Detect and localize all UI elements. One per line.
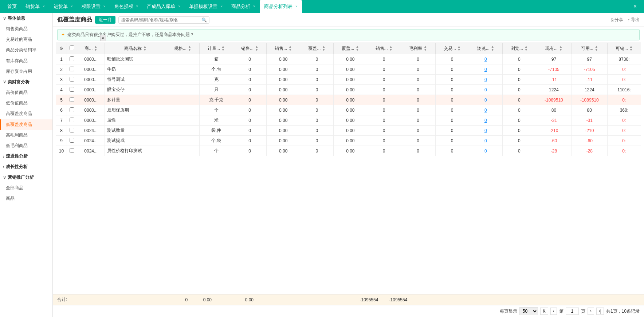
window-close-button[interactable]: × bbox=[629, 3, 641, 10]
row-select-checkbox[interactable] bbox=[70, 118, 74, 122]
nav-close-icon[interactable]: × bbox=[71, 0, 73, 13]
col-unit-header[interactable]: 计量...▲▼ bbox=[199, 43, 233, 54]
sidebar-item-high-coverage[interactable]: 高覆盖度商品 bbox=[0, 108, 52, 119]
nav-close-icon[interactable]: × bbox=[295, 0, 298, 13]
sidebar-item-capital-usage[interactable]: 库存资金占用 bbox=[0, 66, 52, 77]
sidebar-item-stocked-goods[interactable]: 有库存商品 bbox=[0, 56, 52, 66]
row-checkbox[interactable] bbox=[67, 146, 77, 156]
row-checkbox[interactable] bbox=[67, 136, 77, 146]
row-browse1[interactable]: 0 bbox=[469, 54, 502, 64]
browse-link[interactable]: 0 bbox=[484, 118, 487, 123]
row-browse1[interactable]: 0 bbox=[469, 136, 502, 146]
row-select-checkbox[interactable] bbox=[70, 107, 74, 112]
row-select-checkbox[interactable] bbox=[70, 67, 74, 71]
row-browse1[interactable]: 0 bbox=[469, 126, 502, 136]
row-select-checkbox[interactable] bbox=[70, 87, 74, 92]
next-page-button[interactable]: › bbox=[588, 308, 594, 315]
select-all-checkbox[interactable] bbox=[70, 45, 74, 50]
sidebar-item-category-rate[interactable]: 商品分类动销率 bbox=[0, 45, 52, 55]
sidebar-item-high-value[interactable]: 高价值商品 bbox=[0, 87, 52, 98]
row-browse1[interactable]: 0 bbox=[469, 146, 502, 156]
browse-link[interactable]: 0 bbox=[484, 57, 487, 62]
nav-close-icon[interactable]: × bbox=[43, 0, 45, 13]
sidebar-section-growth[interactable]: › 成长性分析 bbox=[0, 162, 52, 172]
row-select-checkbox[interactable] bbox=[70, 128, 74, 132]
export-button[interactable]: ↑ 导出 bbox=[628, 17, 640, 23]
sidebar-item-low-margin[interactable]: 低毛利商品 bbox=[0, 140, 52, 151]
browse-link[interactable]: 0 bbox=[484, 128, 487, 133]
col-sales3-header[interactable]: 销售...▲▼ bbox=[367, 43, 401, 54]
sidebar-section-marketing[interactable]: ∨ 营销推广分析 bbox=[0, 172, 52, 183]
row-checkbox[interactable] bbox=[67, 54, 77, 64]
nav-home[interactable]: 首页 bbox=[3, 0, 21, 13]
row-select-checkbox[interactable] bbox=[70, 97, 74, 102]
col-sales1-header[interactable]: 销售...▲▼ bbox=[233, 43, 267, 54]
row-checkbox[interactable] bbox=[67, 126, 77, 136]
settings-icon[interactable]: ⚙ bbox=[59, 46, 63, 51]
row-select-checkbox[interactable] bbox=[70, 77, 74, 82]
nav-close-icon[interactable]: × bbox=[220, 0, 223, 13]
sidebar-item-new-goods[interactable]: 新品 bbox=[0, 193, 52, 204]
col-stock3-header[interactable]: 可销...▲▼ bbox=[607, 43, 641, 54]
nav-close-icon[interactable]: × bbox=[253, 0, 255, 13]
nav-template-settings[interactable]: 单据模板设置 × bbox=[185, 0, 227, 13]
row-checkbox[interactable] bbox=[67, 64, 77, 75]
row-browse1[interactable]: 0 bbox=[469, 115, 502, 126]
nav-product-analysis-list[interactable]: 商品分析列表 × bbox=[260, 0, 302, 13]
row-checkbox[interactable] bbox=[67, 115, 77, 126]
search-input[interactable] bbox=[121, 17, 200, 23]
nav-close-icon[interactable]: × bbox=[103, 0, 106, 13]
nav-purchase-order[interactable]: 进货单 × bbox=[49, 0, 77, 13]
col-stock1-header[interactable]: 现有...▲▼ bbox=[536, 43, 572, 54]
browse-link[interactable]: 0 bbox=[484, 138, 487, 143]
sidebar-section-wealth[interactable]: ∨ 类财富分析 bbox=[0, 77, 52, 87]
col-trade-header[interactable]: 交易...▲▼ bbox=[435, 43, 469, 54]
row-checkbox[interactable] bbox=[67, 75, 77, 85]
row-browse1[interactable]: 0 bbox=[469, 95, 502, 105]
row-browse1[interactable]: 0 bbox=[469, 64, 502, 75]
search-icon[interactable]: 🔍 bbox=[201, 17, 207, 23]
col-settings[interactable]: ⚙ bbox=[56, 43, 67, 54]
last-page-button[interactable]: ›| bbox=[596, 308, 604, 315]
nav-close-icon[interactable]: × bbox=[178, 0, 180, 13]
share-button[interactable]: ⎘ 分享 bbox=[611, 17, 623, 23]
sidebar-collapse-button[interactable]: « bbox=[100, 35, 106, 41]
col-browse2-header[interactable]: 浏览...▲▼ bbox=[502, 43, 536, 54]
sidebar-item-traded-goods[interactable]: 交易过的商品 bbox=[0, 34, 52, 45]
sidebar-section-circulation[interactable]: › 流通性分析 bbox=[0, 151, 52, 162]
col-cover2-header[interactable]: 覆盖...▲▼ bbox=[334, 43, 367, 54]
filter-period-button[interactable]: 近一月 bbox=[95, 16, 115, 24]
row-select-checkbox[interactable] bbox=[70, 148, 74, 153]
browse-link[interactable]: 0 bbox=[484, 148, 487, 154]
col-code-header[interactable]: 商...▲▼ bbox=[77, 43, 105, 54]
browse-link[interactable]: 0 bbox=[484, 108, 487, 113]
sidebar-section-overall[interactable]: ∨ 整体信息 bbox=[0, 13, 52, 24]
browse-link[interactable]: 0 bbox=[484, 98, 487, 103]
sidebar-item-high-margin[interactable]: 高毛利商品 bbox=[0, 130, 52, 140]
nav-permissions[interactable]: 权限设置 × bbox=[77, 0, 110, 13]
row-select-checkbox[interactable] bbox=[70, 138, 74, 143]
col-cover1-header[interactable]: 覆盖...▲▼ bbox=[300, 43, 334, 54]
browse-link[interactable]: 0 bbox=[484, 67, 487, 72]
page-number-input[interactable] bbox=[566, 308, 579, 315]
col-sales2-header[interactable]: 销售...▲▼ bbox=[267, 43, 300, 54]
nav-sales-order[interactable]: 销货单 × bbox=[21, 0, 49, 13]
page-size-select[interactable]: 50 100 200 bbox=[519, 307, 538, 315]
row-browse1[interactable]: 0 bbox=[469, 75, 502, 85]
col-browse1-header[interactable]: 浏览...▲▼ bbox=[469, 43, 502, 54]
row-checkbox[interactable] bbox=[67, 95, 77, 105]
sidebar-item-low-coverage[interactable]: 低覆盖度商品 bbox=[0, 119, 52, 130]
col-checkbox-header[interactable] bbox=[67, 43, 77, 54]
col-spec-header[interactable]: 规格...▲▼ bbox=[166, 43, 199, 54]
table-container[interactable]: ⚙ 商...▲▼ 商品名称▲▼ 规格...▲▼ bbox=[53, 43, 644, 294]
row-browse1[interactable]: 0 bbox=[469, 105, 502, 115]
row-checkbox[interactable] bbox=[67, 105, 77, 115]
nav-role-auth[interactable]: 角色授权 × bbox=[110, 0, 143, 13]
nav-product-inbound[interactable]: 产成品入库单 × bbox=[142, 0, 185, 13]
row-checkbox[interactable] bbox=[67, 85, 77, 95]
row-browse1[interactable]: 0 bbox=[469, 85, 502, 95]
browse-link[interactable]: 0 bbox=[484, 87, 487, 92]
col-stock2-header[interactable]: 可用...▲▼ bbox=[572, 43, 607, 54]
browse-link[interactable]: 0 bbox=[484, 77, 487, 82]
prev-page-button[interactable]: ‹ bbox=[550, 308, 557, 315]
